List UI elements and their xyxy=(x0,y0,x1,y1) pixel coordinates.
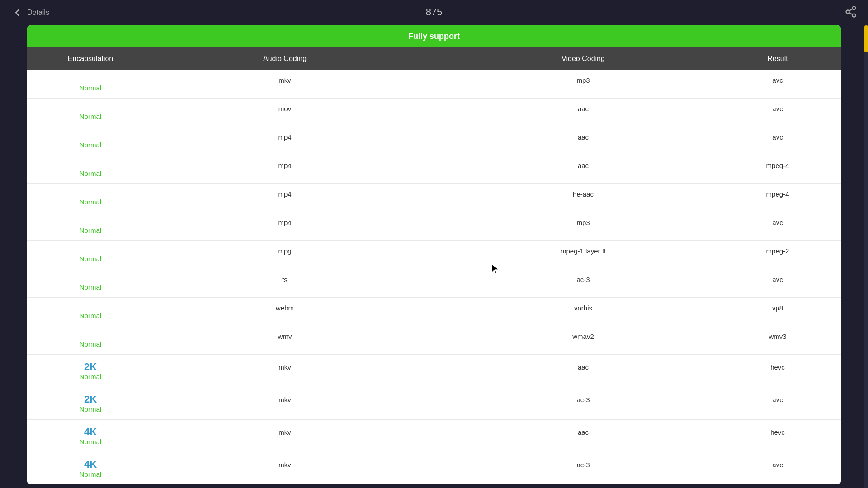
table-row: tsac-3avcNormal xyxy=(27,269,841,298)
back-button[interactable]: Details xyxy=(11,6,49,19)
table-row: webmvorbisvp8Normal xyxy=(27,298,841,326)
result-cell: Normal xyxy=(45,312,136,319)
result-cell: Normal xyxy=(45,438,136,446)
audio-cell: ac-3 xyxy=(434,396,732,404)
encapsulation-cell: mkv xyxy=(136,76,434,84)
encapsulation-cell: mp4 xyxy=(136,190,434,198)
support-banner-text: Fully support xyxy=(408,32,460,41)
audio-cell: he-aac xyxy=(434,190,732,198)
table-row: 4KmkvaachevcNormal xyxy=(27,420,841,452)
table-row: 2Kmkvac-3avcNormal xyxy=(27,387,841,420)
table-row: 2KmkvaachevcNormal xyxy=(27,355,841,387)
main-content: Fully support Encapsulation Audio Coding… xyxy=(27,25,841,484)
badge-cell: 2K xyxy=(45,394,136,405)
result-cell: Normal xyxy=(45,405,136,413)
result-cell: Normal xyxy=(45,470,136,478)
result-cell: Normal xyxy=(45,141,136,149)
encapsulation-cell: webm xyxy=(136,304,434,312)
back-icon xyxy=(11,6,24,19)
audio-cell: vorbis xyxy=(434,304,732,312)
table-row: mpgmpeg-1 layer IImpeg-2Normal xyxy=(27,241,841,269)
table-row: 4Kmkvac-3avcNormal xyxy=(27,452,841,484)
col-header-encapsulation: Encapsulation xyxy=(45,55,136,63)
resolution-badge: 2K xyxy=(84,361,97,372)
badge-cell: 2K xyxy=(45,361,136,373)
audio-cell: mp3 xyxy=(434,219,732,226)
table-row: mp4mp3avcNormal xyxy=(27,212,841,241)
scrollbar-track xyxy=(864,25,868,488)
video-cell: avc xyxy=(732,219,823,226)
video-cell: avc xyxy=(732,76,823,84)
result-cell: Normal xyxy=(45,226,136,234)
header-bar: Details 875 xyxy=(0,0,868,25)
encapsulation-cell: mkv xyxy=(136,461,434,469)
result-cell: Normal xyxy=(45,169,136,177)
encapsulation-cell: mp4 xyxy=(136,162,434,169)
support-banner: Fully support xyxy=(27,25,841,47)
video-cell: avc xyxy=(732,133,823,141)
audio-cell: wmav2 xyxy=(434,333,732,340)
table-row: mp4aacavcNormal xyxy=(27,127,841,155)
encapsulation-cell: ts xyxy=(136,276,434,283)
result-cell: Normal xyxy=(45,113,136,120)
col-header-video: Video Coding xyxy=(434,55,732,63)
result-cell: Normal xyxy=(45,373,136,380)
badge-cell: 4K xyxy=(45,459,136,470)
table-row: movaacavcNormal xyxy=(27,99,841,127)
video-cell: avc xyxy=(732,461,823,469)
col-header-result: Result xyxy=(732,55,823,63)
encapsulation-cell: mp4 xyxy=(136,133,434,141)
resolution-badge: 4K xyxy=(84,459,97,470)
video-cell: vp8 xyxy=(732,304,823,312)
result-cell: Normal xyxy=(45,340,136,348)
svg-point-2 xyxy=(853,14,856,17)
table-row: mp4aacmpeg-4Normal xyxy=(27,155,841,184)
result-cell: Normal xyxy=(45,283,136,291)
video-cell: avc xyxy=(732,276,823,283)
back-label: Details xyxy=(27,9,49,17)
encapsulation-cell: mkv xyxy=(136,363,434,371)
page-count: 875 xyxy=(426,6,443,18)
encapsulation-cell: wmv xyxy=(136,333,434,340)
video-cell: wmv3 xyxy=(732,333,823,340)
app-container: Details 875 Fully support Encapsulation … xyxy=(0,0,868,488)
audio-cell: mpeg-1 layer II xyxy=(434,247,732,255)
encapsulation-cell: mov xyxy=(136,105,434,113)
audio-cell: ac-3 xyxy=(434,461,732,469)
audio-cell: aac xyxy=(434,105,732,113)
table-row: mkvmp3avcNormal xyxy=(27,70,841,99)
badge-cell: 4K xyxy=(45,426,136,438)
svg-point-0 xyxy=(853,6,856,9)
audio-cell: aac xyxy=(434,162,732,169)
result-cell: Normal xyxy=(45,84,136,92)
table-body: mkvmp3avcNormalmovaacavcNormalmp4aacavcN… xyxy=(27,70,841,484)
share-button[interactable] xyxy=(844,5,857,20)
svg-point-1 xyxy=(846,10,849,14)
audio-cell: mp3 xyxy=(434,76,732,84)
encapsulation-cell: mkv xyxy=(136,396,434,404)
video-cell: hevc xyxy=(732,363,823,371)
table-row: mp4he-aacmpeg-4Normal xyxy=(27,184,841,212)
video-cell: mpeg-4 xyxy=(732,162,823,169)
scrollbar-thumb[interactable] xyxy=(864,25,868,52)
resolution-badge: 2K xyxy=(84,394,97,405)
video-cell: mpeg-2 xyxy=(732,247,823,255)
encapsulation-cell: mpg xyxy=(136,247,434,255)
table-row: wmvwmav2wmv3Normal xyxy=(27,326,841,355)
audio-cell: aac xyxy=(434,428,732,436)
svg-line-3 xyxy=(849,13,853,15)
encapsulation-cell: mkv xyxy=(136,428,434,436)
audio-cell: aac xyxy=(434,363,732,371)
col-header-audio: Audio Coding xyxy=(136,55,434,63)
result-cell: Normal xyxy=(45,198,136,206)
audio-cell: aac xyxy=(434,133,732,141)
audio-cell: ac-3 xyxy=(434,276,732,283)
video-cell: hevc xyxy=(732,428,823,436)
video-cell: mpeg-4 xyxy=(732,190,823,198)
resolution-badge: 4K xyxy=(84,426,97,437)
encapsulation-cell: mp4 xyxy=(136,219,434,226)
result-cell: Normal xyxy=(45,255,136,263)
video-cell: avc xyxy=(732,396,823,404)
table-header: Encapsulation Audio Coding Video Coding … xyxy=(27,47,841,70)
video-cell: avc xyxy=(732,105,823,113)
